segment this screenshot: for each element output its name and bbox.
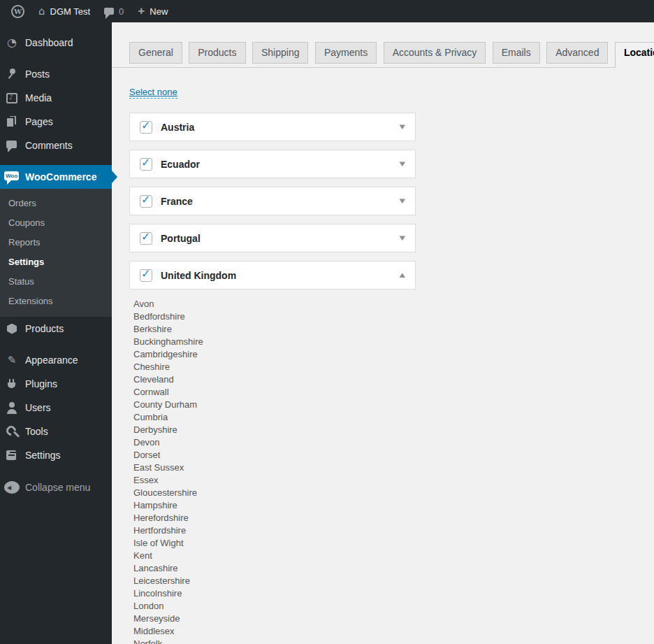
comments-admin-bar-link[interactable]: 0	[97, 0, 131, 22]
country-accordion-header[interactable]: ✓ Portugal ▼	[129, 224, 416, 252]
region-item[interactable]: Leicestershire	[133, 575, 416, 587]
country-label: Ecuador	[161, 159, 200, 170]
settings-content: General Products Shipping Payments Accou…	[112, 22, 654, 644]
region-item[interactable]: Cumbria	[133, 411, 416, 424]
country-label: France	[161, 196, 193, 207]
checkmark-icon: ✓	[141, 156, 150, 169]
region-item[interactable]: London	[133, 600, 416, 613]
sidebar-item[interactable]: Plugins	[0, 372, 112, 396]
region-item[interactable]: Avon	[133, 298, 416, 310]
region-item[interactable]: Lincolnshire	[133, 587, 416, 600]
sidebar-item[interactable]: Dashboard	[0, 31, 112, 55]
region-item[interactable]: Hertfordshire	[133, 524, 416, 537]
sidebar-item[interactable]: Settings	[0, 443, 112, 467]
comment-count: 0	[119, 6, 124, 17]
sidebar-item[interactable]: Posts	[0, 62, 112, 86]
submenu-item[interactable]: Status	[0, 272, 112, 292]
submenu-item[interactable]: Extensions	[0, 292, 112, 311]
region-item[interactable]: Buckinghamshire	[133, 336, 416, 348]
region-item[interactable]: Lancashire	[133, 562, 416, 575]
posts-icon	[4, 67, 20, 81]
submenu-item[interactable]: Reports	[0, 233, 112, 252]
region-item[interactable]: Devon	[133, 436, 416, 449]
region-item[interactable]: Cornwall	[133, 386, 416, 399]
region-item[interactable]: Isle of Wight	[133, 537, 416, 550]
sidebar-item[interactable]: Tools	[0, 420, 112, 443]
sidebar-item[interactable]: Users	[0, 396, 112, 420]
region-item[interactable]: Cheshire	[133, 361, 416, 373]
sidebar-item[interactable]: Appearance	[0, 348, 112, 372]
site-name-label: DGM Test	[50, 6, 91, 17]
sidebar-item[interactable]: Products	[0, 317, 112, 341]
sidebar-item[interactable]: Comments	[0, 134, 112, 157]
home-icon: ⌂	[38, 6, 45, 17]
sidebar-item[interactable]: Pages	[0, 110, 112, 134]
country-checkbox[interactable]: ✓	[140, 121, 152, 134]
sidebar-item-label: Users	[25, 402, 51, 413]
users-icon	[4, 401, 20, 415]
submenu-item[interactable]: Orders	[0, 194, 112, 213]
tools-icon	[4, 424, 20, 438]
region-item[interactable]: Essex	[133, 474, 416, 487]
wordpress-logo-menu[interactable]: W	[4, 0, 31, 22]
region-item[interactable]: Bedfordshire	[133, 310, 416, 323]
country-section: ✓ France ▼	[129, 187, 416, 215]
settings-tab[interactable]: Emails	[493, 42, 540, 64]
region-item[interactable]: Gloucestershire	[133, 487, 416, 499]
country-checkbox[interactable]: ✓	[140, 158, 152, 171]
pages-icon	[4, 115, 20, 129]
region-item[interactable]: Kent	[133, 550, 416, 562]
sidebar-item-label: Tools	[25, 426, 48, 437]
country-checkbox[interactable]: ✓	[140, 195, 152, 208]
plugins-icon	[4, 377, 20, 391]
region-item[interactable]: Norfolk	[133, 638, 416, 644]
country-label: Austria	[161, 122, 194, 133]
country-section: ✓ United Kingdom ▲ Avon Bedfordshire Ber…	[129, 261, 416, 644]
checkmark-icon: ✓	[141, 230, 150, 243]
sidebar-item-label: WooCommerce	[25, 171, 96, 183]
settings-tab[interactable]: Products	[189, 42, 245, 64]
region-item[interactable]: Hampshire	[133, 499, 416, 512]
settings-tab[interactable]: Shipping	[252, 42, 309, 64]
settings-tab[interactable]: Advanced	[546, 42, 608, 64]
country-accordion-header[interactable]: ✓ France ▼	[129, 187, 416, 215]
submenu-item[interactable]: Settings	[0, 252, 112, 272]
current-menu-arrow	[112, 171, 117, 183]
country-checkbox[interactable]: ✓	[140, 269, 152, 282]
expand-arrow-icon: ▼	[400, 161, 405, 167]
submenu-item[interactable]: Coupons	[0, 213, 112, 233]
sidebar-item-label: Comments	[25, 140, 73, 151]
region-item[interactable]: Dorset	[133, 449, 416, 461]
region-item[interactable]: Herefordshire	[133, 512, 416, 524]
sidebar-item[interactable]: Media	[0, 86, 112, 110]
collapse-menu-button[interactable]: Collapse menu	[0, 475, 112, 499]
comments-bubble-icon	[104, 8, 114, 15]
country-accordion-header[interactable]: ✓ United Kingdom ▲	[129, 261, 416, 289]
settings-tab[interactable]: General	[129, 42, 182, 64]
region-item[interactable]: Berkshire	[133, 323, 416, 336]
new-content-button[interactable]: + New	[131, 0, 175, 22]
media-icon	[4, 91, 20, 105]
region-item[interactable]: Cambridgeshire	[133, 348, 416, 361]
region-item[interactable]: Middlesex	[133, 625, 416, 638]
region-item[interactable]: Derbyshire	[133, 424, 416, 436]
settings-tab[interactable]: Payments	[315, 42, 377, 64]
country-label: United Kingdom	[161, 270, 236, 281]
sidebar-item[interactable]: WooCommerce	[0, 165, 112, 189]
settings-tab[interactable]: Accounts & Privacy	[384, 42, 486, 64]
sidebar-item-label: Pages	[25, 116, 53, 127]
country-accordion-header[interactable]: ✓ Ecuador ▼	[129, 150, 416, 178]
region-item[interactable]: County Durham	[133, 399, 416, 411]
region-item[interactable]: Cleveland	[133, 373, 416, 386]
country-checkbox[interactable]: ✓	[140, 232, 152, 245]
country-accordion-header[interactable]: ✓ Austria ▼	[129, 113, 416, 141]
expand-arrow-icon: ▼	[400, 235, 405, 241]
admin-menu-bottom: Products Appearance Plugins Users Tools	[0, 317, 112, 467]
select-none-link[interactable]: Select none	[129, 87, 177, 99]
region-item[interactable]: East Sussex	[133, 461, 416, 474]
region-item[interactable]: Merseyside	[133, 613, 416, 625]
site-name-link[interactable]: ⌂ DGM Test	[31, 0, 97, 22]
sidebar-item-label: Media	[25, 92, 52, 103]
sidebar-item-label: Dashboard	[25, 37, 73, 48]
settings-tab[interactable]: Locations	[615, 42, 654, 68]
